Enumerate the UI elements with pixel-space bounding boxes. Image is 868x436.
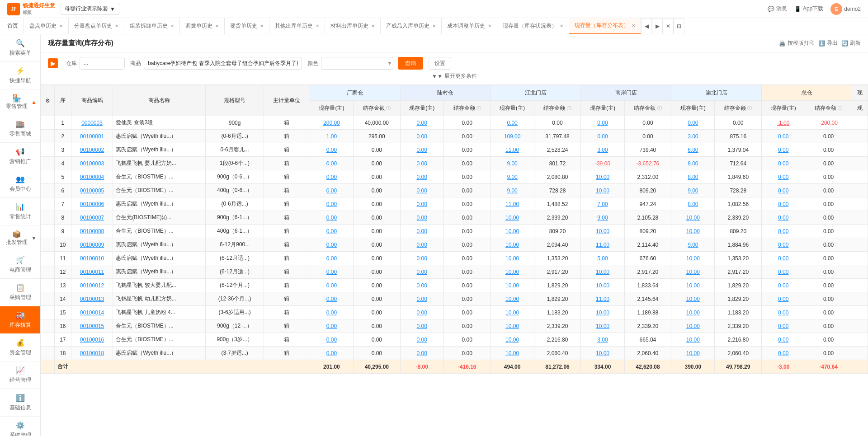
sidebar-item-retail-store[interactable]: 🏬 零售商城 (0, 115, 40, 143)
filter-bar: ▶ 仓库 商品 颜色 ▼ 查询 设置 ▼▼ 展开更多条 (41, 52, 868, 85)
tab-transfer[interactable]: 调拨单历史 ✕ (180, 18, 225, 34)
tab-stock-dist[interactable]: 现存量（库存分布表） ✕ (569, 18, 641, 34)
warehouse-input[interactable] (80, 57, 125, 70)
table-row: 5 00100004 合生元（BIOSTIME）... 900g（0-6...）… (41, 170, 868, 184)
message-btn[interactable]: 💬 消息 (768, 5, 787, 13)
close-icon[interactable]: ✕ (488, 23, 491, 28)
setting-btn[interactable]: 设置 (429, 57, 451, 70)
col-spec: 规格型号 (206, 85, 264, 116)
marketing-icon: 📢 (16, 147, 25, 156)
sidebar-item-retail-stats[interactable]: 📊 零售统计 (0, 198, 40, 225)
close-icon[interactable]: ✕ (632, 23, 635, 28)
refresh-btn[interactable]: 🔄 刷新 (841, 39, 861, 47)
export-icon: ⬇️ (818, 40, 825, 47)
table-row: 14 00100013 飞鹤星飞帆 幼儿配方奶... (12-36个月...) … (41, 292, 868, 306)
retail-icon: 🏪 (12, 94, 21, 103)
table-row: 2 00100001 惠氏启赋（Wyeth illu...） (0-6月适...… (41, 130, 868, 143)
sidebar-item-search[interactable]: 🔍 搜索英单 (0, 34, 40, 62)
search-btn[interactable]: 查询 (398, 57, 423, 70)
close-icon[interactable]: ✕ (371, 23, 375, 28)
tab-stock-status[interactable]: 现存量（库存状况表） ✕ (497, 18, 569, 34)
col-yubei-stock: 现存量(主) (671, 101, 715, 116)
tab-home[interactable]: 首页 (2, 18, 24, 34)
tab-product-in[interactable]: 产成品入库单历史 ✕ (381, 18, 442, 34)
close-icon[interactable]: ✕ (170, 23, 174, 28)
sidebar-item-ecommerce[interactable]: 🛒 电商管理 (0, 251, 40, 279)
export-btn[interactable]: ⬇️ 导出 (818, 39, 838, 47)
tab-expand[interactable]: ⊡ (674, 18, 684, 34)
close-icon[interactable]: ✕ (560, 23, 563, 28)
system-icon: ⚙️ (16, 421, 25, 430)
product-input[interactable] (144, 57, 302, 70)
col-no: 序 (55, 85, 71, 116)
sidebar-item-retail[interactable]: 🏪 零售管理 ▲ (0, 89, 40, 115)
sidebar-item-marketing[interactable]: 📢 营销推广 (0, 143, 40, 170)
close-icon[interactable]: ✕ (59, 23, 63, 28)
col-total-stock: 现存量(主) (762, 101, 805, 116)
print-icon: 🖨️ (779, 40, 786, 47)
tab-inventory-check[interactable]: 盘点单历史 ✕ (24, 18, 69, 34)
close-icon[interactable]: ✕ (260, 23, 264, 28)
table-row: 12 00100011 惠氏启赋（Wyeth illu...） (6-12月适.… (41, 265, 868, 279)
color-input[interactable] (321, 57, 393, 70)
close-icon[interactable]: ✕ (316, 23, 319, 28)
close-icon[interactable]: ✕ (115, 23, 118, 28)
sidebar-item-nav[interactable]: ⚡ 快捷导航 (0, 62, 40, 89)
tab-nav-prev[interactable]: ◀ (641, 18, 652, 34)
expand-more-btn[interactable]: ▼▼ 展开更多条件 (48, 72, 861, 80)
print-btn[interactable]: 🖨️ 按模版打印 (779, 39, 815, 47)
message-icon: 💬 (768, 6, 774, 12)
sidebar-item-basics[interactable]: ℹ️ 基础信息 (0, 389, 40, 417)
tab-requisition[interactable]: 要货单历史 ✕ (225, 18, 269, 34)
tab-nav-next[interactable]: ▶ (652, 18, 663, 34)
app-download-btn[interactable]: 📱 App下载 (794, 5, 823, 13)
tab-assembly[interactable]: 组装拆卸单历史 ✕ (124, 18, 180, 34)
col-jiangbei-header: 江北门店 (491, 85, 581, 101)
top-bar: 好 畅捷通好生意 标版 母婴行业演示陈套 ▼ 💬 消息 📱 App下载 E de… (0, 0, 868, 18)
col-factory-stock: 现存量(主) (310, 101, 353, 116)
sidebar-item-finance[interactable]: 💰 资金管理 (0, 334, 40, 361)
table-row: 3 00100002 惠氏启赋（Wyeth illu...） 0-6月婴儿...… (41, 143, 868, 157)
tab-branch-inventory[interactable]: 分量盘点单历史 ✕ (69, 18, 124, 34)
table-row: 7 00100006 惠氏启赋（Wyeth illu...） (0-6月适...… (41, 197, 868, 211)
sidebar-item-operations[interactable]: 📈 经营管理 (0, 361, 40, 389)
col-unit: 主计量单位 (264, 85, 310, 116)
col-factory-header: 厂家仓 (310, 85, 400, 101)
col-code: 商品编码 (71, 85, 113, 116)
warehouse-filter: 仓库 (66, 57, 125, 70)
sidebar-item-system[interactable]: ⚙️ 系统管理 (0, 417, 40, 436)
download-icon: 📱 (794, 6, 801, 12)
user-menu[interactable]: E demo2 (830, 3, 861, 15)
col-nanan-stock: 现存量(主) (581, 101, 624, 116)
sidebar-item-inventory[interactable]: 🏭 库存核算 (0, 306, 40, 334)
table-row: 16 00100015 合生元（BIOSTIME）... 900g（12-...… (41, 319, 868, 333)
close-icon[interactable]: ✕ (432, 23, 436, 28)
logo-area: 好 畅捷通好生意 标版 (7, 2, 55, 16)
tab-close-all[interactable]: ✕ (663, 18, 674, 34)
col-yubei-amount: 结存金额 ⓘ (715, 101, 762, 116)
expand-icon: ▼▼ (432, 73, 443, 80)
sidebar-item-wholesale[interactable]: 📦 批发管理 ▼ (0, 225, 40, 251)
close-icon[interactable]: ✕ (215, 23, 219, 28)
table-wrapper[interactable]: ⚙ 序 商品编码 商品名称 规格型号 主计量单位 厂家仓 陆村仓 江北门店 南岸… (41, 85, 868, 436)
wholesale-icon: 📦 (12, 230, 21, 239)
tab-other-out[interactable]: 其他出库单历史 ✕ (269, 18, 325, 34)
logo-text: 畅捷通好生意 标版 (23, 2, 55, 16)
table-row: 8 00100007 合生元(BIOSTIME)沁... 900g（6-1...… (41, 211, 868, 225)
store-selector[interactable]: 母婴行业演示陈套 ▼ (61, 3, 119, 15)
operations-icon: 📈 (16, 366, 25, 375)
nav-icon: ⚡ (16, 66, 25, 75)
expand-arrow-btn[interactable]: ▶ (48, 58, 58, 68)
table-row: 15 00100014 飞鹤星飞帆 儿童奶粉 4... (3-6岁适用...) … (41, 306, 868, 319)
summary-row: 合计 201.00 40,295.00 -8.00 -416.16 494.00… (41, 360, 868, 374)
top-bar-right: 💬 消息 📱 App下载 E demo2 (768, 3, 861, 15)
col-yubei-header: 渝北门店 (671, 85, 762, 101)
col-name: 商品名称 (113, 85, 206, 116)
table-row: 17 00100016 合生元（BIOSTIME）... 900g（3岁...）… (41, 333, 868, 347)
tab-material-out[interactable]: 材料出库单历史 ✕ (325, 18, 381, 34)
sidebar-item-member[interactable]: 👥 会员中心 (0, 170, 40, 198)
col-setting[interactable]: ⚙ (41, 85, 55, 116)
logo-icon: 好 (7, 3, 20, 15)
sidebar-item-purchase[interactable]: 📋 采购管理 (0, 279, 40, 306)
tab-cost-adjust[interactable]: 成本调整单历史 ✕ (442, 18, 497, 34)
